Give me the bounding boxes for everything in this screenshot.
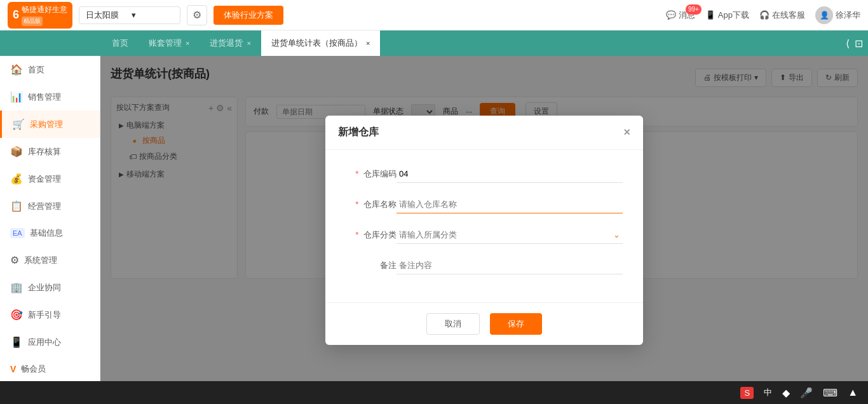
sidebar-item-home[interactable]: 🏠 首页 [0,56,100,83]
tab-prev-icon[interactable]: ⟨ [846,37,850,50]
user-profile-button[interactable]: 👤 徐泽华 [815,6,860,24]
save-button[interactable]: 保存 [490,313,542,335]
remark-label: 备注 [346,260,397,271]
gear-button[interactable]: ⚙ [187,5,207,25]
sidebar-item-purchase[interactable]: 🛒 采购管理 [0,111,100,138]
bottom-microphone-icon[interactable]: 🎤 [800,387,813,399]
messages-button[interactable]: 💬 消息 99+ [666,10,695,21]
sidebar-item-app-center-label: 应用中心 [28,337,61,348]
online-service-label: 在线客服 [772,10,805,21]
sidebar-item-app-center[interactable]: 📱 应用中心 [0,328,100,356]
sidebar-item-inventory[interactable]: 📦 库存核算 [0,138,100,165]
tab-purchase-return[interactable]: 进货退货 × [200,30,261,56]
bottom-icon-zh[interactable]: 中 [764,387,772,398]
sidebar-item-guide[interactable]: 🎯 新手引导 [0,301,100,328]
tab-window-icon[interactable]: ⊡ [855,37,863,50]
sidebar-item-vip-label: 畅会员 [21,363,46,375]
store-selector[interactable]: 日太阳膜 ▾ [79,6,180,24]
guide-icon: 🎯 [10,309,23,321]
logo-text: 畅捷通好生意 [22,4,67,15]
required-star-category: * [355,230,358,239]
sidebar-item-guide-label: 新手引导 [28,309,61,321]
tab-bar-actions: ⟨ ⊡ [846,37,868,50]
top-right-area: 💬 消息 99+ 📱 App下载 🎧 在线客服 👤 徐泽华 [666,6,860,24]
bottom-icon-diamond[interactable]: ◆ [782,387,790,399]
name-label: * 仓库名称 [346,199,397,210]
inventory-icon: 📦 [10,145,23,158]
bottom-keyboard-icon[interactable]: ⌨ [823,387,837,399]
modal-header: 新增仓库 × [325,116,643,150]
required-star-name: * [355,199,358,209]
tab-account-close[interactable]: × [186,39,189,47]
chevron-down-icon: ▾ [132,10,173,20]
sidebar-item-finance-label: 资金管理 [28,173,61,185]
category-form-label: * 仓库分类 [346,229,397,241]
cancel-button[interactable]: 取消 [426,313,480,335]
tab-purchase-stats-label: 进货单统计表（按商品） [271,37,362,49]
phone-icon: 📱 [705,10,715,20]
sidebar-item-vip[interactable]: V 畅会员 [0,356,100,382]
tab-account-label: 账套管理 [149,37,182,49]
bottom-icon-s[interactable]: S [740,387,754,399]
bottom-flag-icon[interactable]: ▲ [848,387,858,398]
sidebar-item-basic-info[interactable]: EA 基础信息 [0,220,100,246]
form-row-category: * 仓库分类 ⌄ [346,226,623,244]
home-icon: 🏠 [10,64,23,76]
enterprise-icon: 🏢 [10,281,23,293]
logo-area: 6 畅捷通好生意 精品版 [8,2,72,29]
modal-close-button[interactable]: × [623,126,630,139]
system-icon: ⚙ [10,254,19,266]
app-center-icon: 📱 [10,336,23,348]
warehouse-name-input[interactable] [397,196,623,213]
finance-icon: 💰 [10,173,23,185]
tab-home-label: 首页 [112,37,128,49]
sidebar-item-basic-info-label: 基础信息 [30,227,63,239]
headphone-icon: 🎧 [759,10,770,20]
tab-account[interactable]: 账套管理 × [139,30,200,56]
sidebar-item-operations-label: 经营管理 [28,201,61,212]
sidebar-item-enterprise[interactable]: 🏢 企业协同 [0,274,100,301]
purchase-icon: 🛒 [12,118,25,130]
tab-purchase-return-label: 进货退货 [210,37,243,49]
gear-icon: ⚙ [193,9,201,21]
trial-button[interactable]: 体验行业方案 [214,6,283,25]
user-avatar: 👤 [815,6,833,24]
modal-overlay: 新增仓库 × * 仓库编码 * [100,56,868,404]
warehouse-code-input[interactable] [397,165,623,183]
warehouse-category-selector[interactable]: ⌄ [397,226,623,244]
sidebar-item-operations[interactable]: 📋 经营管理 [0,192,100,220]
logo-icon: 6 [13,8,19,22]
app-download-button[interactable]: 📱 App下载 [705,10,749,21]
required-star-code: * [355,169,358,178]
tab-purchase-return-close[interactable]: × [247,39,250,47]
form-row-name: * 仓库名称 [346,196,623,213]
sidebar-item-finance[interactable]: 💰 资金管理 [0,165,100,192]
warehouse-category-input[interactable] [399,230,613,239]
tab-home[interactable]: 首页 [102,30,139,56]
bottom-bar: S 中 ◆ 🎤 ⌨ ▲ [0,381,868,404]
basic-info-icon: EA [10,228,25,238]
category-dropdown-arrow: ⌄ [613,230,620,239]
app-download-label: App下载 [718,10,749,21]
sidebar-item-sales[interactable]: 📊 销售管理 [0,83,100,111]
online-service-button[interactable]: 🎧 在线客服 [759,10,805,21]
sidebar: 🏠 首页 📊 销售管理 🛒 采购管理 📦 库存核算 💰 资金管理 📋 经营管理 … [0,56,100,404]
sidebar-item-sales-label: 销售管理 [28,91,61,103]
operations-icon: 📋 [10,200,23,212]
remark-input[interactable] [397,257,623,274]
tab-purchase-stats[interactable]: 进货单统计表（按商品） × [261,30,380,56]
user-name: 徐泽华 [836,10,860,21]
vip-icon: V [10,364,16,374]
modal-title: 新增仓库 [338,126,379,139]
sidebar-item-purchase-label: 采购管理 [30,119,63,130]
sidebar-item-inventory-label: 库存核算 [28,146,61,158]
tab-purchase-stats-close[interactable]: × [366,39,370,47]
content-area: 进货单统计(按商品) 🖨 按模板打印 ▾ ⬆ 导出 ↻ 刷新 [100,56,868,404]
logo-badge: 精品版 [22,17,43,26]
sidebar-item-home-label: 首页 [28,64,44,76]
message-icon: 💬 [666,10,676,20]
sidebar-item-system[interactable]: ⚙ 系统管理 [0,246,100,274]
main-layout: 🏠 首页 📊 销售管理 🛒 采购管理 📦 库存核算 💰 资金管理 📋 经营管理 … [0,56,868,404]
sales-icon: 📊 [10,91,23,103]
sidebar-item-enterprise-label: 企业协同 [28,282,61,293]
